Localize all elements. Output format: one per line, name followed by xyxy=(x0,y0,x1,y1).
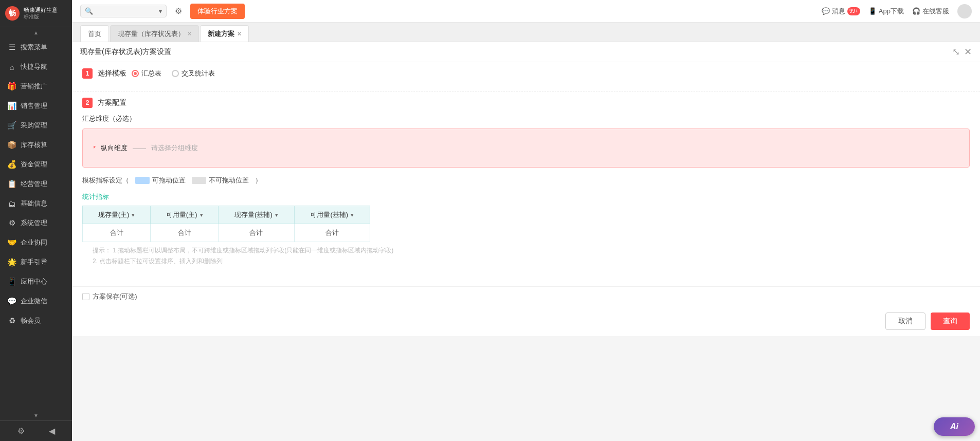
search-input[interactable] xyxy=(95,8,157,15)
radio-cross[interactable]: 交叉统计表 xyxy=(172,69,215,78)
col1-label: 现存量(主) xyxy=(98,210,130,219)
save-label: 方案保存(可选) xyxy=(93,292,137,301)
sidebar-label-cooperation: 企业协同 xyxy=(21,238,47,247)
sidebar-item-finance[interactable]: 💰 资金管理 xyxy=(0,155,72,174)
search-dropdown-icon[interactable]: ▾ xyxy=(159,8,162,15)
sidebar-icon-inventory: 📦 xyxy=(7,140,16,150)
tip-line1: 提示： 1.拖动标题栏可以调整布局，不可跨维度或指标区域拖动列字段(只能在同一维… xyxy=(93,246,959,255)
panel-header: 现存量(库存状况表)方案设置 ⤡ ✕ xyxy=(72,42,980,62)
col3-value: 合计 xyxy=(219,224,294,242)
tips-section: 提示： 1.拖动标题栏可以调整布局，不可跨维度或指标区域拖动列字段(只能在同一维… xyxy=(82,242,970,276)
sidebar-item-new-guide[interactable]: 🌟 新手引导 xyxy=(0,252,72,272)
tab-new-plan[interactable]: 新建方案 × xyxy=(200,25,249,42)
save-checkbox[interactable] xyxy=(82,293,89,300)
headset-icon: 🎧 xyxy=(912,7,920,15)
sidebar-icon-wechat: 💬 xyxy=(7,297,16,306)
query-button[interactable]: 查询 xyxy=(931,313,970,330)
app-download-label: App下载 xyxy=(879,7,904,16)
step1-label: 选择模板 xyxy=(98,69,126,78)
sidebar-item-wechat[interactable]: 💬 企业微信 xyxy=(0,291,72,311)
sidebar-icon-operations: 📋 xyxy=(7,179,16,189)
col4-value: 合计 xyxy=(294,224,370,242)
sidebar-item-operations[interactable]: 📋 经营管理 xyxy=(0,174,72,194)
search-box[interactable]: 🔍 ▾ xyxy=(80,5,167,17)
tab-new-plan-close[interactable]: × xyxy=(238,30,241,38)
col4-label: 可用量(基辅) xyxy=(310,210,348,219)
sidebar-label-app-center: 应用中心 xyxy=(21,277,47,286)
stats-table-header-row: 现存量(主) ▾ 可用量(主) ▾ xyxy=(83,206,370,224)
stats-title: 统计指标 xyxy=(82,192,970,201)
col3-chevron: ▾ xyxy=(275,212,278,218)
topbar-right: 💬 消息 99+ 📱 App下载 🎧 在线客服 xyxy=(822,4,972,19)
required-mark: * xyxy=(93,144,96,152)
sidebar-item-app-center[interactable]: 📱 应用中心 xyxy=(0,272,72,291)
step2-number: 2 xyxy=(82,98,93,108)
expand-icon[interactable]: ⤡ xyxy=(952,46,960,58)
ai-fab-button[interactable]: Ai xyxy=(934,417,975,436)
sidebar-icon-app-center: 📱 xyxy=(7,277,16,286)
sidebar-label-search-menu: 搜索菜单 xyxy=(21,43,47,52)
sidebar-item-purchase[interactable]: 🛒 采购管理 xyxy=(0,116,72,135)
trial-button[interactable]: 体验行业方案 xyxy=(190,4,245,19)
messages-item[interactable]: 💬 消息 99+ xyxy=(822,7,860,16)
tab-home-label: 首页 xyxy=(88,29,101,39)
col2-header[interactable]: 可用量(主) ▾ xyxy=(151,206,219,224)
sidebar-icon-system: ⚙ xyxy=(7,218,16,228)
col1-header[interactable]: 现存量(主) ▾ xyxy=(83,206,151,224)
settings-gear-icon[interactable]: ⚙ xyxy=(175,6,182,16)
template-radio-group: 汇总表 交叉统计表 xyxy=(132,69,215,78)
collapse-icon[interactable]: ◀ xyxy=(49,426,55,436)
draggable-indicator: 可拖动位置 xyxy=(135,176,186,185)
user-avatar[interactable] xyxy=(957,4,972,19)
sidebar-item-sales[interactable]: 📊 销售管理 xyxy=(0,96,72,116)
sidebar-label-marketing: 营销推广 xyxy=(21,82,47,91)
dimension-placeholder: 请选择分组维度 xyxy=(151,143,198,153)
stats-table-data-row: 合计 合计 合计 合计 xyxy=(83,224,370,242)
sidebar-item-marketing[interactable]: 🎁 营销推广 xyxy=(0,77,72,96)
dimension-box[interactable]: * 纵向维度 —— 请选择分组维度 xyxy=(82,128,970,168)
cancel-button[interactable]: 取消 xyxy=(885,313,925,330)
app-logo: 畅 畅康通好生意 标准版 xyxy=(0,0,72,27)
app-title: 畅康通好生意 xyxy=(24,6,58,13)
sidebar-label-inventory: 库存核算 xyxy=(21,140,47,150)
sidebar-icon-finance: 💰 xyxy=(7,160,16,169)
tab-inventory-close[interactable]: × xyxy=(188,30,191,38)
sidebar-item-system[interactable]: ⚙ 系统管理 xyxy=(0,213,72,233)
col3-header[interactable]: 现存量(基辅) ▾ xyxy=(219,206,294,224)
app-download-item[interactable]: 📱 App下载 xyxy=(868,7,904,16)
sidebar-scroll-down[interactable]: ▼ xyxy=(0,410,72,420)
tabs-bar: 首页 现存量（库存状况表） × 新建方案 × xyxy=(72,23,980,42)
sidebar-item-inventory[interactable]: 📦 库存核算 xyxy=(0,135,72,155)
panel-title: 现存量(库存状况表)方案设置 xyxy=(80,47,171,57)
sidebar-scroll-up[interactable]: ▲ xyxy=(0,27,72,38)
app-subtitle: 标准版 xyxy=(24,13,58,21)
message-label: 消息 xyxy=(832,7,845,16)
content-area: 现存量(库存状况表)方案设置 ⤡ ✕ 1 选择模板 汇总表 xyxy=(72,42,980,441)
settings-panel: 现存量(库存状况表)方案设置 ⤡ ✕ 1 选择模板 汇总表 xyxy=(72,42,980,336)
settings-icon[interactable]: ⚙ xyxy=(17,426,25,436)
customer-service-item[interactable]: 🎧 在线客服 xyxy=(912,7,949,16)
sidebar-icon-purchase: 🛒 xyxy=(7,121,16,130)
radio-summary[interactable]: 汇总表 xyxy=(132,69,161,78)
sidebar-item-quick-nav[interactable]: ⌂ 快捷导航 xyxy=(0,57,72,77)
non-drag-label: 不可拖动位置 xyxy=(209,176,249,185)
tab-inventory-status[interactable]: 现存量（库存状况表） × xyxy=(110,25,199,42)
sidebar-label-purchase: 采购管理 xyxy=(21,121,47,130)
sidebar-item-cooperation[interactable]: 🤝 企业协同 xyxy=(0,233,72,252)
sidebar-label-quick-nav: 快捷导航 xyxy=(21,62,47,71)
sidebar-label-new-guide: 新手引导 xyxy=(21,258,47,267)
save-option-label[interactable]: 方案保存(可选) xyxy=(82,292,970,301)
tab-home[interactable]: 首页 xyxy=(80,25,109,42)
non-drag-box xyxy=(192,177,206,184)
step1-number: 1 xyxy=(82,68,93,79)
sidebar-icon-vip: ♻ xyxy=(7,316,16,325)
ai-fab-label: Ai xyxy=(950,422,958,431)
sidebar-item-vip[interactable]: ♻ 畅会员 xyxy=(0,311,72,330)
sidebar-label-vip: 畅会员 xyxy=(21,316,41,325)
sidebar-item-search-menu[interactable]: ☰ 搜索菜单 xyxy=(0,38,72,57)
draggable-box xyxy=(135,177,150,184)
col4-header[interactable]: 可用量(基辅) ▾ xyxy=(294,206,370,224)
sidebar-item-basic-info[interactable]: 🗂 基础信息 xyxy=(0,194,72,213)
close-icon[interactable]: ✕ xyxy=(964,46,972,58)
col2-chevron: ▾ xyxy=(200,212,203,218)
